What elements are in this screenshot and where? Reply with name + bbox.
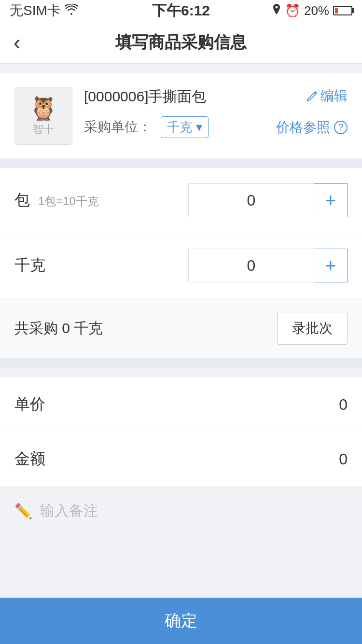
quantity-input-wrap-kg: + [188,249,348,282]
unit-value: 千克 [167,119,192,136]
price-label-unit: 单价 [14,394,339,415]
confirm-button[interactable]: 确定 [165,610,197,632]
price-value-unit: 0 [339,396,348,414]
remark-placeholder: 输入备注 [40,501,98,521]
price-section: 单价 0 金额 0 [0,378,362,487]
wifi-icon [65,3,78,18]
product-header: [0000006]手撕面包 编辑 [84,87,348,107]
total-row: 共采购 0 千克 录批次 [0,298,362,358]
total-prefix: 共采购 [14,320,58,336]
alarm-icon: ⏰ [285,3,300,18]
edit-button[interactable]: 编辑 [306,87,348,105]
chevron-down-icon: ▾ [196,120,202,135]
total-unit: 千克 [74,320,103,336]
unit-info: 采购单位： 千克 ▾ [84,116,209,138]
product-name: [0000006]手撕面包 [84,87,306,107]
total-text: 共采购 0 千克 [14,319,277,338]
pencil-icon: ✏️ [14,503,32,519]
nav-bar: ‹ 填写商品采购信息 [0,21,362,64]
product-unit-row: 采购单位： 千克 ▾ 价格参照 ? [84,116,348,138]
quantity-input-kg[interactable] [188,249,314,282]
quantity-row-bao: 包 1包=10千克 + [0,168,362,233]
price-label-amount: 金额 [14,448,339,470]
product-image: 🦉 智十 [14,87,72,145]
batch-button[interactable]: 录批次 [277,312,348,345]
location-icon [272,4,281,17]
product-card: 🦉 智十 [0000006]手撕面包 编辑 采购单位： 千克 ▾ [0,73,362,158]
page-title: 填写商品采购信息 [115,31,247,54]
unit-select[interactable]: 千克 ▾ [161,116,209,138]
status-time: 下午6:12 [152,1,210,21]
product-image-label: 智十 [33,122,54,137]
price-row-amount: 金额 0 [0,432,362,487]
product-info: [0000006]手撕面包 编辑 采购单位： 千克 ▾ 价格参照 ? [84,87,348,138]
info-icon: ? [334,121,348,134]
price-ref-label: 价格参照 [276,118,330,137]
plus-button-bao[interactable]: + [314,183,348,217]
status-left: 无SIM卡 [10,1,78,20]
price-value-amount: 0 [339,450,348,468]
section-divider-1 [0,158,362,168]
status-bar: 无SIM卡 下午6:12 ⏰ 20% [0,0,362,21]
edit-label: 编辑 [320,87,348,105]
quantity-input-bao[interactable] [188,183,314,217]
price-ref-button[interactable]: 价格参照 ? [276,118,348,137]
plus-button-kg[interactable]: + [314,249,348,282]
remark-section[interactable]: ✏️ 输入备注 [0,487,362,535]
quantity-row-kg: 千克 + [0,233,362,298]
carrier-text: 无SIM卡 [10,1,61,20]
quantity-sub-label-bao: 1包=10千克 [38,195,99,208]
total-amount: 0 [62,320,70,336]
confirm-button-wrap: 确定 [0,598,362,644]
quantity-section: 包 1包=10千克 + 千克 + [0,168,362,298]
section-divider-2 [0,358,362,368]
battery-icon [333,6,352,15]
status-right: ⏰ 20% [272,3,352,18]
unit-label: 采购单位： [84,119,152,134]
price-row-unit: 单价 0 [0,378,362,432]
quantity-input-wrap-bao: + [188,183,348,217]
quantity-label-bao: 包 1包=10千克 [14,190,188,211]
quantity-label-kg: 千克 [14,255,188,276]
battery-text: 20% [304,3,329,18]
product-image-icon: 🦉 [29,95,58,122]
back-button[interactable]: ‹ [14,32,21,53]
